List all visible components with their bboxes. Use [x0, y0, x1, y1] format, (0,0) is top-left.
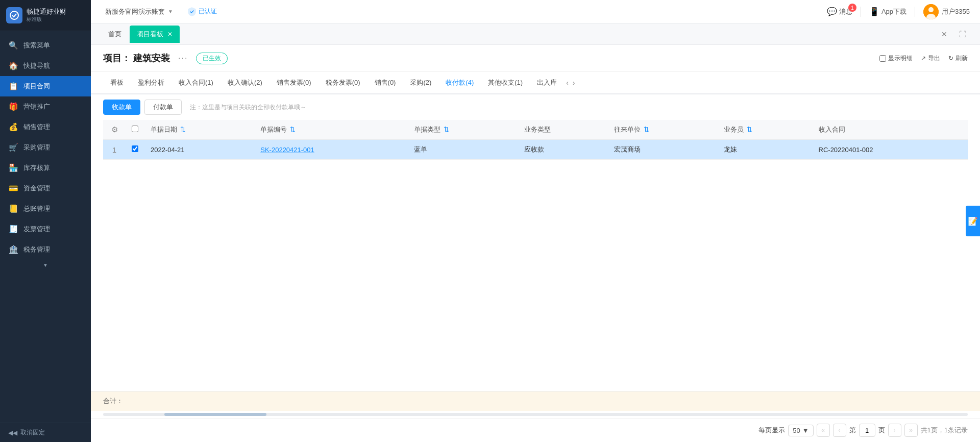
sidebar-item-quicknav-label: 快捷导航: [23, 61, 50, 70]
prev-page-button[interactable]: ‹: [833, 424, 846, 437]
per-page-selector[interactable]: 50 ▼: [788, 425, 813, 436]
filter-payment-button[interactable]: 付款单: [144, 100, 182, 115]
message-badge: 1: [848, 4, 856, 12]
page-number-input[interactable]: [859, 424, 875, 437]
sidebar-item-project-label: 项目合同: [23, 82, 50, 91]
col-biz-type-label: 业务类型: [524, 126, 551, 133]
sub-nav-prev-arrow[interactable]: ‹: [564, 75, 571, 91]
doc-number-link[interactable]: SK-20220421-001: [260, 146, 314, 154]
user-profile[interactable]: 用户3355: [923, 4, 970, 19]
cell-biz-type: 应收款: [518, 140, 608, 160]
cell-date: 2022-04-21: [144, 140, 254, 160]
sub-nav-tax-invoice[interactable]: 税务发票(0): [318, 72, 368, 94]
tab-maximize-button[interactable]: ⛶: [955, 27, 970, 41]
sidebar-item-inventory-label: 库存核算: [23, 163, 50, 173]
tab-home[interactable]: 首页: [101, 26, 129, 43]
tab-project-board[interactable]: 项目看板 ✕: [130, 26, 180, 43]
cell-salesperson: 龙妹: [718, 140, 812, 160]
sub-nav-next-arrow[interactable]: ›: [571, 75, 577, 91]
cell-checkbox[interactable]: [126, 140, 144, 160]
sidebar-item-ledger[interactable]: 📒 总账管理: [0, 199, 91, 219]
sidebar-item-search[interactable]: 🔍 搜索菜单: [0, 35, 91, 56]
sub-nav-purchase[interactable]: 采购(2): [403, 72, 438, 94]
col-salesperson[interactable]: 业务员 ⇅: [718, 120, 812, 140]
sub-nav-sales-invoice[interactable]: 销售发票(0): [270, 72, 318, 94]
sidebar-pin-toggle[interactable]: ◀◀ 取消固定: [0, 423, 91, 442]
first-page-button[interactable]: «: [817, 424, 830, 437]
col-partner[interactable]: 往来单位 ⇅: [608, 120, 718, 140]
table-header-row: ⚙ 单据日期 ⇅ 单据编号 ⇅: [103, 120, 968, 140]
page-suffix: 页: [878, 426, 885, 435]
project-icon: 📋: [8, 81, 18, 91]
select-all-checkbox[interactable]: [132, 126, 138, 132]
project-name: 建筑安装: [133, 53, 170, 63]
cell-row-num: 1: [103, 140, 126, 160]
next-page-button[interactable]: ›: [888, 424, 901, 437]
certified-label: 已认证: [199, 7, 217, 16]
sidebar-item-quicknav[interactable]: 🏠 快捷导航: [0, 56, 91, 76]
sidebar-item-marketing-label: 营销推广: [23, 102, 50, 111]
show-detail-checkbox[interactable]: 显示明细: [879, 54, 913, 63]
sub-nav-other[interactable]: 其他收支(1): [481, 72, 530, 94]
show-detail-input[interactable]: [879, 55, 886, 62]
horizontal-scrollbar-track[interactable]: [103, 413, 968, 416]
sales-icon: 💰: [8, 122, 18, 132]
sidebar-item-tax[interactable]: 🏦 税务管理: [0, 239, 91, 260]
filter-receipt-button[interactable]: 收款单: [103, 100, 140, 115]
sidebar-item-inventory[interactable]: 🏪 库存核算: [0, 158, 91, 178]
cell-number[interactable]: SK-20220421-001: [254, 140, 408, 160]
cell-type: 蓝单: [408, 140, 518, 160]
row-checkbox[interactable]: [132, 145, 138, 152]
cell-partner: 宏茂商场: [608, 140, 718, 160]
prev-page-icon: ‹: [839, 427, 841, 434]
right-panel-toggle[interactable]: 📝: [966, 206, 980, 236]
scrollbar-row: [91, 411, 980, 418]
sub-nav-sales[interactable]: 销售(0): [368, 72, 403, 94]
tab-project-board-label: 项目看板: [137, 30, 163, 39]
app-download-button[interactable]: 📱 App下载: [869, 7, 906, 16]
sub-nav-inout[interactable]: 出入库: [530, 72, 564, 94]
app-name: 畅捷通好业财: [27, 8, 66, 16]
refresh-button[interactable]: ↻ 刷新: [948, 54, 968, 63]
per-page-label: 每页显示: [758, 426, 785, 435]
export-button[interactable]: ↗ 导出: [921, 54, 940, 63]
total-row: 合计：: [91, 391, 980, 411]
number-sort-icon: ⇅: [290, 126, 296, 133]
sub-nav-payment[interactable]: 收付款(4): [438, 72, 481, 94]
project-header: 项目： 建筑安装 ··· 已生效 显示明细 ↗ 导出 ↻ 刷新: [91, 45, 980, 72]
col-number[interactable]: 单据编号 ⇅: [254, 120, 408, 140]
workspace-selector[interactable]: 新服务官网演示账套 ▼: [101, 5, 177, 18]
last-page-button[interactable]: »: [904, 424, 918, 437]
sidebar-nav: 🔍 搜索菜单 🏠 快捷导航 📋 项目合同 🎁 营销推广 💰 销售管理 🛒 采购管…: [0, 31, 91, 423]
sub-nav-income-contract[interactable]: 收入合同(1): [172, 72, 220, 94]
col-contract: 收入合同: [813, 120, 968, 140]
filter-bar: 收款单 付款单 注：这里是与项目关联的全部收付款单哦～: [91, 94, 980, 120]
settings-icon[interactable]: ⚙: [109, 125, 119, 134]
table-row[interactable]: 1 2022-04-21 SK-20220421-001 蓝单 应收款 宏茂商场…: [103, 140, 968, 160]
sub-nav-income-confirm[interactable]: 收入确认(2): [220, 72, 270, 94]
svg-point-0: [10, 11, 18, 19]
topbar-divider-2: [915, 7, 915, 17]
sub-nav-profit[interactable]: 盈利分析: [131, 72, 172, 94]
col-salesperson-label: 业务员: [724, 126, 744, 133]
col-date[interactable]: 单据日期 ⇅: [144, 120, 254, 140]
tab-home-label: 首页: [108, 30, 121, 38]
project-more-button[interactable]: ···: [178, 54, 188, 63]
sidebar-item-sales[interactable]: 💰 销售管理: [0, 117, 91, 137]
col-type[interactable]: 单据类型 ⇅: [408, 120, 518, 140]
page-total: 共1页，1条记录: [921, 426, 968, 435]
sidebar-item-project[interactable]: 📋 项目合同: [0, 76, 91, 96]
sidebar-item-invoice[interactable]: 🧾 发票管理: [0, 219, 91, 239]
messages-button[interactable]: 💬 消息 1: [827, 7, 852, 16]
tab-minimize-button[interactable]: ✕: [937, 27, 951, 41]
col-settings[interactable]: ⚙: [103, 120, 126, 140]
sidebar-item-finance[interactable]: 💳 资金管理: [0, 178, 91, 199]
tabbar-controls: ✕ ⛶: [937, 27, 970, 41]
sidebar-item-purchase[interactable]: 🛒 采购管理: [0, 137, 91, 158]
sub-nav-kanban[interactable]: 看板: [103, 72, 131, 94]
horizontal-scrollbar-thumb[interactable]: [164, 413, 266, 416]
inventory-icon: 🏪: [8, 163, 18, 173]
tab-close-icon[interactable]: ✕: [167, 31, 173, 37]
sidebar-item-marketing[interactable]: 🎁 营销推广: [0, 96, 91, 117]
pin-icon: ◀◀: [8, 429, 17, 436]
